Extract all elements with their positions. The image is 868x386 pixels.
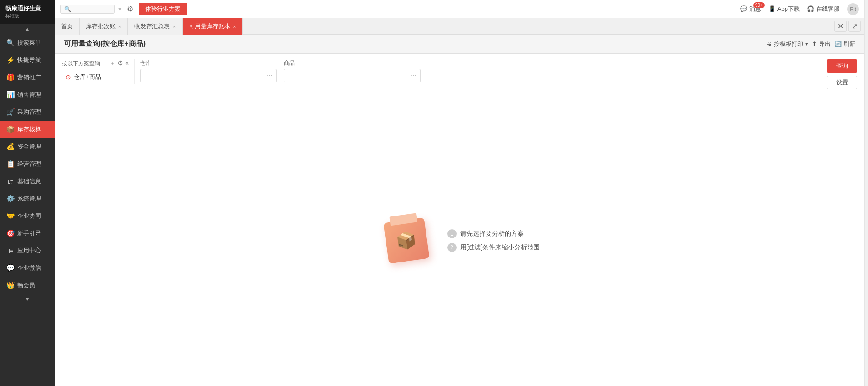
warehouse-input[interactable]: ···: [140, 69, 277, 82]
tab-available-stock[interactable]: 可用量库存账本 ×: [183, 18, 243, 35]
sidebar-scroll-up[interactable]: ▲: [0, 24, 55, 34]
sidebar-item-appcenter[interactable]: 🖥 应用中心: [0, 242, 55, 259]
sidebar-item-collaboration[interactable]: 🤝 企业协同: [0, 207, 55, 225]
chart-icon: 📊: [6, 91, 15, 99]
sidebar-item-finance[interactable]: 💰 资金管理: [0, 138, 55, 155]
tab-home[interactable]: 首页: [55, 18, 80, 35]
sidebar-item-basic-info[interactable]: 🗂 基础信息: [0, 173, 55, 190]
sidebar-item-marketing[interactable]: 🎁 营销推广: [0, 69, 55, 86]
scheme-item-warehouse-goods[interactable]: ⊙ 仓库+商品: [62, 70, 129, 84]
add-scheme-button[interactable]: ＋: [109, 59, 116, 67]
message-button[interactable]: 💬 消息 99+: [740, 5, 761, 13]
export-icon: ⬆: [812, 41, 817, 47]
filter-scheme-actions: ＋ ⚙ «: [109, 59, 129, 67]
tab-available-stock-label: 可用量库存账本: [189, 22, 230, 31]
sidebar-item-member[interactable]: 👑 畅会员: [0, 277, 55, 294]
flash-icon: ⚡: [6, 56, 15, 64]
message-badge: 99+: [753, 2, 765, 8]
dropdown-icon[interactable]: ▾: [118, 5, 122, 12]
tab-stock-summary[interactable]: 收发存汇总表 ×: [128, 18, 182, 35]
hint-text-1: 请先选择要分析的方案: [460, 230, 524, 238]
sidebar-item-guide[interactable]: 🎯 新手引导: [0, 225, 55, 242]
filter-scheme-header: 按以下方案查询 ＋ ⚙ «: [62, 59, 129, 67]
maximize-tab-button[interactable]: ⤢: [848, 21, 861, 32]
scheme-icon: ⊙: [66, 73, 71, 81]
close-icon[interactable]: ×: [173, 24, 175, 29]
collapse-scheme-button[interactable]: «: [125, 59, 129, 67]
goods-input[interactable]: ···: [284, 69, 421, 82]
filter-area: 按以下方案查询 ＋ ⚙ « ⊙ 仓库+商品 仓库 ···: [55, 54, 864, 95]
close-icon[interactable]: ×: [233, 24, 236, 29]
tabs-bar: 首页 库存批次账 × 收发存汇总表 × 可用量库存账本 × ✕ ⤢: [55, 18, 864, 35]
tab-inventory-batch-label: 库存批次账: [86, 22, 116, 31]
main-content: 🔍 ▾ ⚙ 体验行业方案 💬 消息 99+ 📱 App下载 🎧 在线客服 Rit: [55, 0, 864, 386]
sidebar-item-label: 应用中心: [17, 247, 41, 255]
sidebar-item-label: 企业微信: [17, 264, 41, 272]
sidebar-item-label: 快捷导航: [17, 56, 41, 64]
user-avatar[interactable]: Rit: [847, 3, 859, 15]
goods-field-label: 商品: [284, 59, 421, 67]
sidebar-item-label: 搜索菜单: [17, 39, 41, 47]
sidebar: 畅康通好生意 标准版 ▲ 🔍 搜索菜单 ⚡ 快捷导航 🎁 营销推广 📊 销售管理…: [0, 0, 55, 386]
sidebar-item-label: 销售管理: [17, 91, 41, 99]
sidebar-item-label: 采购管理: [17, 108, 41, 116]
sidebar-item-wechat[interactable]: 💬 企业微信: [0, 259, 55, 277]
refresh-button[interactable]: 🔄 刷新: [834, 40, 855, 48]
topbar: 🔍 ▾ ⚙ 体验行业方案 💬 消息 99+ 📱 App下载 🎧 在线客服 Rit: [55, 0, 864, 18]
desktop-icon: 🖥: [6, 247, 15, 255]
export-button[interactable]: ⬆ 导出: [812, 40, 831, 48]
page-header-actions: 🖨 按模板打印 ▾ ⬆ 导出 🔄 刷新: [766, 40, 855, 48]
print-button[interactable]: 🖨 按模板打印 ▾: [766, 40, 808, 48]
sidebar-item-purchase[interactable]: 🛒 采购管理: [0, 103, 55, 121]
headset-icon: 🎧: [807, 5, 814, 12]
search-icon: 🔍: [6, 39, 15, 47]
empty-hints: 1 请先选择要分析的方案 2 用[过滤]条件来缩小分析范围: [447, 229, 540, 252]
sidebar-item-system[interactable]: ⚙️ 系统管理: [0, 190, 55, 207]
sidebar-item-label: 企业协同: [17, 212, 41, 220]
close-icon[interactable]: ×: [118, 24, 121, 29]
topbar-gear-icon[interactable]: ⚙: [125, 3, 135, 15]
goods-more-icon[interactable]: ···: [411, 72, 416, 80]
scheme-settings-button[interactable]: ⚙: [117, 59, 123, 67]
gear-icon: ⚙️: [6, 195, 15, 203]
query-button[interactable]: 查询: [827, 59, 857, 73]
online-service-link[interactable]: 🎧 在线客服: [807, 5, 840, 13]
page-header: 可用量查询(按仓库+商品) 🖨 按模板打印 ▾ ⬆ 导出 🔄 刷新: [55, 35, 864, 54]
filter-scheme-panel: 按以下方案查询 ＋ ⚙ « ⊙ 仓库+商品: [62, 59, 135, 84]
phone-icon: 📱: [768, 5, 776, 12]
warehouse-more-icon[interactable]: ···: [267, 72, 273, 80]
refresh-icon: 🔄: [834, 41, 842, 47]
filter-settings-button[interactable]: 设置: [827, 76, 857, 89]
search-icon: 🔍: [64, 6, 71, 12]
filter-actions: 查询 设置: [827, 59, 857, 89]
sidebar-item-label: 经营管理: [17, 160, 41, 168]
chevron-down-icon[interactable]: ▾: [805, 41, 808, 47]
money-icon: 💰: [6, 143, 15, 151]
trial-button[interactable]: 体验行业方案: [139, 3, 187, 15]
topbar-search[interactable]: 🔍: [60, 5, 115, 14]
hint-text-2: 用[过滤]条件来缩小分析范围: [460, 243, 540, 252]
close-tab-button[interactable]: ✕: [834, 21, 847, 32]
brand-edition: 标准版: [5, 13, 49, 19]
sidebar-item-inventory[interactable]: 📦 库存核算: [0, 121, 55, 138]
tab-home-label: 首页: [61, 22, 73, 31]
sidebar-item-label: 营销推广: [17, 73, 41, 82]
sidebar-item-label: 畅会员: [17, 281, 35, 289]
cart-icon: 🛒: [6, 108, 15, 116]
box-icon: 📦: [6, 125, 15, 134]
hint-number-1: 1: [447, 229, 457, 238]
sidebar-item-search[interactable]: 🔍 搜索菜单: [0, 34, 55, 51]
right-scrollbar[interactable]: [864, 0, 868, 386]
app-download-link[interactable]: 📱 App下载: [768, 5, 800, 13]
sidebar-item-management[interactable]: 📋 经营管理: [0, 155, 55, 173]
empty-illustration: 📦: [379, 213, 434, 268]
sidebar-item-quicknav[interactable]: ⚡ 快捷导航: [0, 51, 55, 69]
target-icon: 🎯: [6, 229, 15, 237]
wechat-icon: 💬: [6, 264, 15, 272]
sidebar-scroll-down[interactable]: ▼: [0, 294, 55, 304]
tab-stock-summary-label: 收发存汇总表: [134, 22, 170, 31]
tab-inventory-batch[interactable]: 库存批次账 ×: [80, 18, 128, 35]
sidebar-item-sales[interactable]: 📊 销售管理: [0, 86, 55, 103]
filter-field-warehouse: 仓库 ···: [140, 59, 277, 82]
clipboard-icon: 📋: [6, 160, 15, 168]
